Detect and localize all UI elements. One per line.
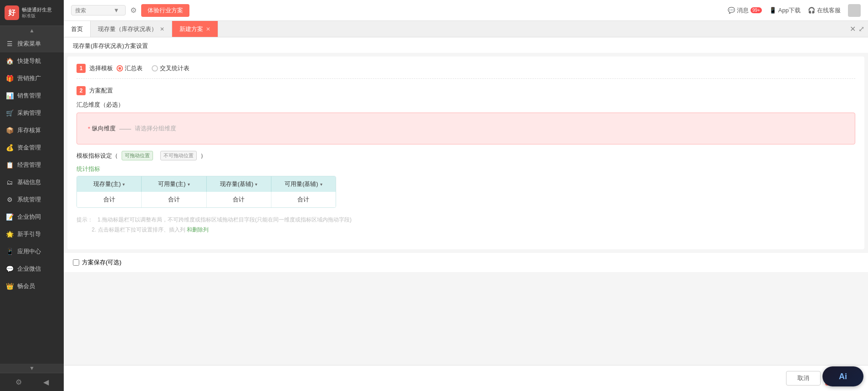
tip2-text: 2. 点击标题栏下拉可设置排序、插入列 [92, 226, 185, 233]
tab-close-icon[interactable]: ✕ [850, 25, 856, 33]
top-header: ▼ ⚙ 体验行业方案 💬 消息 99+ 📱 App下载 🎧 在线客服 [64, 0, 868, 21]
sidebar-item-sales[interactable]: 📊 销售管理 [0, 87, 64, 104]
sidebar-scroll-down[interactable]: ▼ [0, 364, 64, 373]
sidebar-item-new-guide[interactable]: 🌟 新手引导 [0, 226, 64, 243]
step1-section: 1 选择模板 汇总表 交叉统计表 [77, 64, 855, 79]
online-service-button[interactable]: 🎧 在线客服 [808, 6, 841, 15]
search-dropdown-icon[interactable]: ▼ [113, 7, 119, 14]
indicator-settings-text: 模板指标设定（ [77, 152, 118, 160]
immovable-badge: 不可拖动位置 [160, 151, 197, 160]
stats-table: 现存量(主) ▾ 可用量(主) ▾ 现存量(基辅) ▾ [77, 176, 336, 208]
sidebar-item-finance[interactable]: 💰 资金管理 [0, 139, 64, 156]
messages-button[interactable]: 💬 消息 99+ [728, 6, 762, 15]
stats-table-body: 合计 合计 合计 合计 [77, 192, 336, 207]
main-content: 现存量(库存状况表)方案设置 1 选择模板 汇总表 交叉统计表 [64, 37, 868, 365]
sidebar: 好 畅捷通好生意 标准版 ▲ ☰ 搜索菜单 🏠 快捷导航 🎁 营销推广 📊 销售… [0, 0, 64, 391]
app-download-icon: 📱 [769, 7, 776, 14]
search-box[interactable]: ▼ [71, 5, 126, 15]
stats-col-header-2[interactable]: 现存量(基辅) ▾ [207, 176, 271, 192]
finance-icon: 💰 [5, 144, 14, 152]
sidebar-item-label: 库存核算 [17, 126, 41, 134]
tip1: 1.拖动标题栏可以调整布局，不可跨维度或指标区域拖动栏目字段(只能在同一维度或指… [97, 216, 352, 223]
sidebar-item-label: 应用中心 [17, 247, 41, 256]
stats-cell-0-0: 合计 [77, 192, 142, 207]
sidebar-item-quick-nav[interactable]: 🏠 快捷导航 [0, 52, 64, 70]
cancel-button[interactable]: 取消 [786, 371, 821, 386]
template-radio-group: 汇总表 交叉统计表 [117, 64, 189, 72]
stats-cell-0-2: 合计 [207, 192, 271, 207]
ai-bubble[interactable]: Ai [822, 366, 863, 386]
tab-new-scheme[interactable]: 新建方案 ✕ [172, 21, 218, 37]
app-center-icon: 📱 [5, 247, 14, 256]
stats-table-header: 现存量(主) ▾ 可用量(主) ▾ 现存量(基辅) ▾ [77, 176, 336, 192]
sidebar-item-corp-contract[interactable]: 📝 企业协同 [0, 208, 64, 226]
step2-header: 2 方案配置 [77, 86, 855, 95]
sidebar-item-inventory[interactable]: 📦 库存核算 [0, 122, 64, 139]
sidebar-footer: ⚙ ◀ [0, 373, 64, 391]
collapse-icon[interactable]: ◀ [43, 378, 49, 386]
stats-col-header-3[interactable]: 可用量(基辅) ▾ [271, 176, 336, 192]
online-service-label: 在线客服 [817, 6, 841, 15]
new-guide-icon: 🌟 [5, 230, 14, 238]
tab-home[interactable]: 首页 [64, 21, 91, 37]
main-area: ▼ ⚙ 体验行业方案 💬 消息 99+ 📱 App下载 🎧 在线客服 首页 [64, 0, 868, 391]
stats-section-label: 统计指标 [77, 165, 855, 173]
dimension-placeholder: 请选择分组维度 [135, 124, 176, 133]
sidebar-item-label: 搜索菜单 [17, 40, 41, 48]
radio-cross[interactable]: 交叉统计表 [152, 64, 189, 72]
indicator-settings: 模板指标设定（ 可拖动位置 不可拖动位置 ） 统计指标 现存量(主) ▾ [77, 151, 855, 208]
col1-dropdown-icon[interactable]: ▾ [188, 182, 190, 187]
sidebar-item-label: 企业协同 [17, 213, 41, 221]
step1-title: 选择模板 [89, 64, 113, 72]
radio-summary-label: 汇总表 [125, 64, 143, 72]
sidebar-item-label: 营销推广 [17, 74, 41, 82]
footer-bar: 取消 查询 [64, 365, 868, 391]
sidebar-item-search-menu[interactable]: ☰ 搜索菜单 [0, 35, 64, 52]
tab-new-scheme-close[interactable]: ✕ [206, 26, 210, 32]
settings-gear-icon[interactable]: ⚙ [130, 6, 137, 15]
messages-label: 消息 [737, 6, 749, 15]
stats-cell-0-3: 合计 [271, 192, 336, 207]
sidebar-item-marketing[interactable]: 🎁 营销推广 [0, 70, 64, 87]
indicator-settings-close-bracket: ） [200, 152, 206, 160]
sidebar-item-member[interactable]: 👑 畅会员 [0, 278, 64, 295]
col2-dropdown-icon[interactable]: ▾ [255, 182, 257, 187]
save-checkbox[interactable] [73, 259, 79, 266]
user-avatar[interactable] [848, 4, 861, 17]
stats-col-header-0[interactable]: 现存量(主) ▾ [77, 176, 142, 192]
col0-dropdown-icon[interactable]: ▾ [123, 182, 125, 187]
sidebar-nav: ☰ 搜索菜单 🏠 快捷导航 🎁 营销推广 📊 销售管理 🛒 采购管理 📦 库存核… [0, 35, 64, 364]
search-menu-icon: ☰ [5, 40, 14, 48]
quick-nav-icon: 🏠 [5, 57, 14, 65]
search-input[interactable] [75, 7, 112, 14]
tab-inventory-status[interactable]: 现存量（库存状况表） ✕ [91, 21, 172, 37]
settings-icon[interactable]: ⚙ [15, 378, 22, 386]
basic-info-icon: 🗂 [5, 178, 14, 186]
stats-col-header-1[interactable]: 可用量(主) ▾ [142, 176, 206, 192]
tab-inventory-status-close[interactable]: ✕ [160, 26, 164, 32]
purchase-icon: 🛒 [5, 109, 14, 117]
indicator-settings-label: 模板指标设定（ 可拖动位置 不可拖动位置 ） [77, 151, 855, 160]
stats-col-label-3: 可用量(基辅) [285, 180, 318, 188]
messages-count: 99+ [751, 7, 762, 13]
sidebar-item-app-center[interactable]: 📱 应用中心 [0, 243, 64, 260]
sidebar-item-corp-wechat[interactable]: 💬 企业微信 [0, 260, 64, 278]
sidebar-item-purchase[interactable]: 🛒 采购管理 [0, 104, 64, 122]
app-download-label: App下载 [778, 6, 801, 15]
col3-dropdown-icon[interactable]: ▾ [320, 182, 322, 187]
radio-summary[interactable]: 汇总表 [117, 64, 143, 72]
app-download-button[interactable]: 📱 App下载 [769, 6, 801, 15]
sidebar-item-system[interactable]: ⚙ 系统管理 [0, 191, 64, 208]
page-title: 现存量(库存状况表)方案设置 [64, 37, 868, 53]
tab-expand-icon[interactable]: ⤢ [858, 25, 864, 33]
radio-summary-circle [117, 65, 123, 72]
sidebar-item-basic-info[interactable]: 🗂 基础信息 [0, 174, 64, 191]
step2-title: 方案配置 [89, 87, 113, 95]
try-industry-button[interactable]: 体验行业方案 [141, 4, 189, 17]
inventory-icon: 📦 [5, 126, 14, 134]
ai-label: Ai [839, 372, 847, 381]
step1-badge: 1 [77, 64, 86, 73]
sidebar-item-label: 企业微信 [17, 265, 41, 273]
sidebar-scroll-up[interactable]: ▲ [0, 26, 64, 35]
sidebar-item-business[interactable]: 📋 经营管理 [0, 156, 64, 174]
